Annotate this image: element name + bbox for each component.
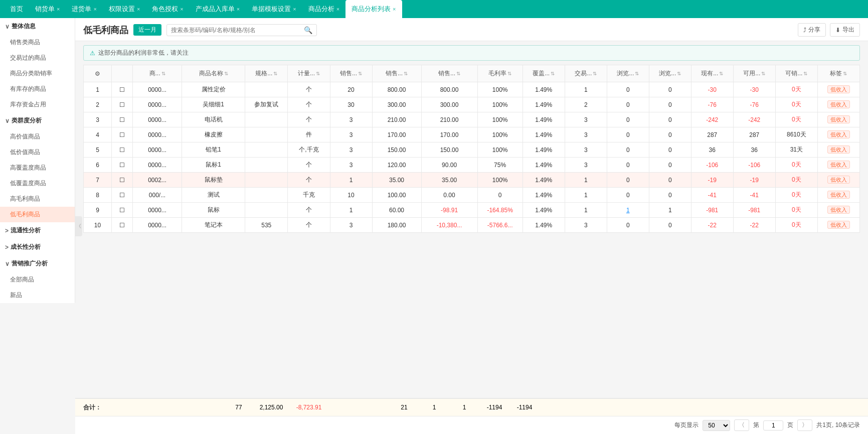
row-tag: 低收入: [817, 203, 859, 218]
col-header[interactable]: 规格...⇅: [245, 65, 288, 82]
col-header[interactable]: ⚙: [84, 65, 112, 82]
row-browse2: 1: [649, 203, 691, 218]
chevron-icon: >: [5, 227, 9, 234]
sidebar-item-低价值商品[interactable]: 低价值商品: [0, 144, 75, 160]
chevron-icon: ∨: [5, 260, 10, 267]
col-header[interactable]: 商...⇅: [133, 65, 182, 82]
nav-close-icon[interactable]: ×: [57, 6, 60, 12]
sidebar-item-新品[interactable]: 新品: [0, 287, 75, 303]
row-sellable: 0天: [775, 173, 817, 188]
row-checkbox[interactable]: ☐: [112, 158, 133, 173]
row-spec: [245, 188, 288, 203]
col-header[interactable]: 销售...⇅: [330, 65, 372, 82]
page-label: 第: [753, 421, 759, 429]
row-available: -30: [733, 82, 775, 97]
sidebar-item-销售类商品[interactable]: 销售类商品: [0, 35, 75, 50]
row-checkbox[interactable]: ☐: [112, 112, 133, 127]
nav-item-商品分析[interactable]: 商品分析 ×: [302, 0, 345, 18]
sidebar-item-全部商品[interactable]: 全部商品: [0, 272, 75, 287]
row-checkbox[interactable]: ☐: [112, 127, 133, 142]
sidebar-item-高毛利商品[interactable]: 高毛利商品: [0, 191, 75, 207]
row-available: -106: [733, 158, 775, 173]
col-header[interactable]: 浏览...⇅: [649, 65, 691, 82]
sidebar-item-高覆盖度商品[interactable]: 高覆盖度商品: [0, 160, 75, 176]
sidebar-item-低覆盖度商品[interactable]: 低覆盖度商品: [0, 176, 75, 191]
row-name: 鼠标1: [182, 158, 245, 173]
nav-close-icon[interactable]: ×: [180, 6, 183, 12]
nav-close-icon[interactable]: ×: [293, 6, 296, 12]
col-header[interactable]: 毛利率⇅: [477, 65, 523, 82]
row-browse2: 0: [649, 158, 691, 173]
nav-close-icon[interactable]: ×: [237, 6, 240, 12]
row-available: -76: [733, 97, 775, 112]
row-code: 0000...: [133, 158, 182, 173]
search-icon[interactable]: 🔍: [304, 26, 312, 34]
page-input[interactable]: [763, 420, 783, 430]
time-filter-button[interactable]: 近一月: [133, 24, 161, 36]
row-checkbox[interactable]: ☐: [112, 218, 133, 233]
sidebar-collapse-btn[interactable]: 《: [75, 216, 82, 236]
nav-close-icon[interactable]: ×: [393, 6, 396, 12]
footer-browse2: 1: [449, 404, 479, 411]
row-spec: [245, 203, 288, 218]
next-page-button[interactable]: 〉: [797, 419, 812, 431]
share-button[interactable]: ⤴ 分享: [798, 23, 826, 37]
nav-item-首页[interactable]: 首页: [4, 0, 29, 18]
row-tag: 低收入: [817, 188, 859, 203]
col-header[interactable]: 浏览...⇅: [607, 65, 649, 82]
sidebar-item-有库存的商品[interactable]: 有库存的商品: [0, 81, 75, 97]
sidebar-group-成长性分析[interactable]: > 成长性分析: [0, 239, 75, 255]
sidebar-item-交易过的商品[interactable]: 交易过的商品: [0, 50, 75, 66]
export-button[interactable]: ⬇ 导出: [830, 23, 860, 37]
col-header[interactable]: 销售...⇅: [372, 65, 421, 82]
nav-item-产成品入库单[interactable]: 产成品入库单 ×: [190, 0, 246, 18]
row-margin-pct: 1.49%: [523, 112, 565, 127]
row-checkbox[interactable]: ☐: [112, 203, 133, 218]
row-coverage: 1: [565, 82, 607, 97]
row-available: -22: [733, 218, 775, 233]
sidebar-group-营销推广分析[interactable]: ∨ 营销推广分析: [0, 255, 75, 272]
nav-item-进货单[interactable]: 进货单 ×: [66, 0, 102, 18]
row-name: 鼠标: [182, 203, 245, 218]
row-checkbox[interactable]: ☐: [112, 173, 133, 188]
nav-close-icon[interactable]: ×: [93, 6, 96, 12]
nav-close-icon[interactable]: ×: [137, 6, 140, 12]
footer-browse1: 1: [419, 404, 449, 411]
row-checkbox[interactable]: ☐: [112, 82, 133, 97]
col-header[interactable]: 可用...⇅: [733, 65, 775, 82]
col-header[interactable]: 交易...⇅: [565, 65, 607, 82]
sidebar-item-商品分类助销率[interactable]: 商品分类助销率: [0, 66, 75, 81]
row-margin-pct: 1.49%: [523, 203, 565, 218]
nav-close-icon[interactable]: ×: [336, 6, 339, 12]
nav-item-商品分析列表[interactable]: 商品分析列表 ×: [345, 0, 402, 18]
sidebar-item-低毛利商品[interactable]: 低毛利商品: [0, 207, 75, 222]
row-browse1: 0: [607, 97, 649, 112]
sidebar-group-类群度分析[interactable]: ∨ 类群度分析: [0, 112, 75, 129]
sidebar-group-流通性分析[interactable]: > 流通性分析: [0, 222, 75, 239]
sidebar-item-高价值商品[interactable]: 高价值商品: [0, 129, 75, 144]
nav-item-角色授权[interactable]: 角色授权 ×: [146, 0, 189, 18]
row-checkbox[interactable]: ☐: [112, 97, 133, 112]
row-number: 6: [84, 158, 112, 173]
col-header[interactable]: 可销...⇅: [775, 65, 817, 82]
row-checkbox[interactable]: ☐: [112, 188, 133, 203]
page-size-select[interactable]: 50 100: [703, 420, 730, 431]
sidebar-group-整体信息[interactable]: ∨ 整体信息: [0, 18, 75, 35]
row-number: 2: [84, 97, 112, 112]
col-header[interactable]: 覆盖...⇅: [523, 65, 565, 82]
col-header[interactable]: 现有...⇅: [691, 65, 733, 82]
col-header[interactable]: 计量...⇅: [288, 65, 330, 82]
search-input[interactable]: [171, 27, 304, 34]
sidebar-item-库存资金占用[interactable]: 库存资金占用: [0, 97, 75, 112]
nav-item-单据模板设置[interactable]: 单据模板设置 ×: [246, 0, 302, 18]
col-header[interactable]: 销售...⇅: [421, 65, 477, 82]
row-browse1: 1: [607, 203, 649, 218]
row-checkbox[interactable]: ☐: [112, 142, 133, 158]
row-code: 000/...: [133, 188, 182, 203]
col-header[interactable]: 商品名称⇅: [182, 65, 245, 82]
nav-item-权限设置[interactable]: 权限设置 ×: [103, 0, 146, 18]
col-header[interactable]: [112, 65, 133, 82]
nav-item-销货单[interactable]: 销货单 ×: [29, 0, 66, 18]
prev-page-button[interactable]: 〈: [734, 419, 749, 431]
col-header[interactable]: 标签⇅: [817, 65, 859, 82]
